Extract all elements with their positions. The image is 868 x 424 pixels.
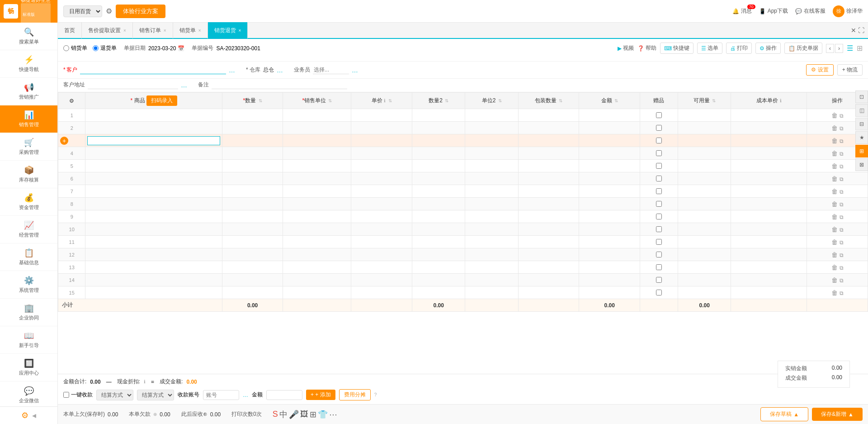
price-cell[interactable]	[351, 160, 412, 172]
gift-checkbox[interactable]	[656, 201, 662, 207]
tab-close-sales-delivery[interactable]: ×	[198, 28, 201, 33]
delete-row-btn[interactable]: 🗑	[831, 150, 838, 157]
add-cost-btn[interactable]: + + 添加	[306, 390, 335, 400]
unit-cell[interactable]	[283, 210, 351, 223]
qty2-cell[interactable]	[412, 172, 465, 185]
gift-cell[interactable]	[640, 236, 678, 248]
setting-btn[interactable]: ⚙ 设置	[806, 64, 833, 76]
unit-cell[interactable]	[283, 185, 351, 198]
tab-home[interactable]: 首页	[58, 22, 82, 38]
quantity-cell[interactable]	[222, 248, 283, 261]
department-select[interactable]: 日用百货	[63, 5, 102, 17]
delete-row-btn[interactable]: 🗑	[831, 213, 838, 220]
product-cell[interactable]	[85, 109, 222, 122]
unit-cell[interactable]	[283, 223, 351, 236]
quantity-cell[interactable]	[222, 274, 283, 286]
product-cell[interactable]	[85, 261, 222, 274]
calendar-icon[interactable]: 📅	[178, 45, 184, 52]
price-cell[interactable]	[351, 223, 412, 236]
gift-cell[interactable]	[640, 185, 678, 198]
gift-cell[interactable]	[640, 286, 678, 299]
radio-return-input[interactable]	[93, 45, 99, 51]
unit2-cell[interactable]	[465, 109, 519, 122]
unit2-cell[interactable]	[465, 122, 519, 134]
quantity-cell[interactable]	[222, 210, 283, 223]
sidebar-item-marketing[interactable]: 📢 营销推广	[0, 78, 57, 105]
nav-next-btn[interactable]: ›	[835, 44, 843, 53]
unit2-cell[interactable]	[465, 160, 519, 172]
price-cell[interactable]	[351, 210, 412, 223]
amount-cell[interactable]	[579, 236, 640, 248]
product-cell[interactable]	[85, 160, 222, 172]
gift-checkbox[interactable]	[656, 163, 662, 169]
toolbar-more-icon[interactable]: ⋯	[329, 410, 337, 419]
gift-checkbox[interactable]	[656, 112, 662, 118]
pkg-qty-cell[interactable]	[519, 122, 579, 134]
one-click-checkbox[interactable]: 一键收款	[63, 391, 93, 399]
gift-cell[interactable]	[640, 122, 678, 134]
video-btn[interactable]: ▶ 视频	[618, 44, 634, 52]
tab-close-sales-order[interactable]: ×	[164, 28, 166, 33]
copy-row-btn[interactable]: ⧉	[840, 290, 844, 296]
account-input[interactable]	[203, 390, 239, 400]
unit2-cell[interactable]	[465, 172, 519, 185]
gift-checkbox[interactable]	[656, 150, 662, 156]
quantity-cell[interactable]	[222, 185, 283, 198]
unit2-cell[interactable]	[465, 185, 519, 198]
copy-row-btn[interactable]: ⧉	[840, 265, 844, 271]
unit2-cell[interactable]	[465, 261, 519, 274]
unit2-cell[interactable]	[465, 223, 519, 236]
radio-return[interactable]: 退货单	[93, 44, 117, 52]
gift-checkbox[interactable]	[656, 125, 662, 131]
save-draft-btn[interactable]: 保存草稿 ▲	[760, 407, 808, 421]
calc-method-select[interactable]: 结算方式	[137, 390, 174, 400]
qty2-cell[interactable]	[412, 274, 465, 286]
price-cell[interactable]	[351, 248, 412, 261]
gift-checkbox[interactable]	[656, 188, 662, 194]
copy-row-btn[interactable]: ⧉	[840, 163, 844, 170]
sidebar-item-inventory[interactable]: 📦 库存核算	[0, 161, 57, 188]
quantity-cell[interactable]	[222, 236, 283, 248]
product-cell[interactable]	[85, 172, 222, 185]
unit2-cell[interactable]	[465, 286, 519, 299]
unit-cell[interactable]	[283, 198, 351, 210]
amount-cell[interactable]	[579, 223, 640, 236]
pkg-qty-cell[interactable]	[519, 248, 579, 261]
pkg-sort-icon[interactable]: ⇅	[559, 98, 562, 103]
address-more-btn[interactable]: …	[181, 81, 187, 89]
rfloat-btn-0[interactable]: ⊡	[855, 91, 868, 103]
unit-cell[interactable]	[283, 248, 351, 261]
gift-checkbox[interactable]	[656, 176, 662, 181]
quantity-cell[interactable]	[222, 134, 283, 147]
cost-split-btn[interactable]: 费用分摊	[339, 389, 371, 400]
qty2-sort-icon[interactable]: ⇅	[445, 98, 448, 103]
gift-checkbox[interactable]	[656, 252, 662, 257]
amount-cell[interactable]	[579, 160, 640, 172]
tab-close-price-settings[interactable]: ×	[123, 28, 126, 33]
gift-checkbox[interactable]	[656, 290, 662, 295]
sidebar-item-purchase[interactable]: 🛒 采购管理	[0, 133, 57, 161]
unit2-cell[interactable]	[465, 274, 519, 286]
unit2-cell[interactable]	[465, 248, 519, 261]
price-cell[interactable]	[351, 261, 412, 274]
price-cell[interactable]	[351, 172, 412, 185]
col-gear-icon[interactable]: ⚙	[69, 98, 74, 104]
sidebar-item-search[interactable]: 🔍 搜索菜单	[0, 23, 57, 50]
unit-cell[interactable]	[283, 261, 351, 274]
tab-sales-order[interactable]: 销售订单 ×	[133, 22, 173, 38]
gift-checkbox[interactable]	[656, 226, 662, 232]
unit-cell[interactable]	[283, 236, 351, 248]
expand-icon[interactable]: ⛶	[858, 27, 864, 34]
copy-row-btn[interactable]: ⧉	[840, 239, 844, 246]
unit2-cell[interactable]	[465, 210, 519, 223]
toolbar-img-icon[interactable]: 🖼	[300, 410, 308, 419]
quantity-cell[interactable]	[222, 198, 283, 210]
delete-row-btn[interactable]: 🗑	[831, 264, 838, 271]
price-cell[interactable]	[351, 286, 412, 299]
staff-input[interactable]	[313, 66, 349, 74]
price-cell[interactable]	[351, 185, 412, 198]
amount-cell[interactable]	[579, 134, 640, 147]
copy-row-btn[interactable]: ⧉	[840, 113, 844, 119]
copy-row-btn[interactable]: ⧉	[840, 125, 844, 132]
settle-method-select[interactable]: 结算方式	[96, 390, 133, 400]
